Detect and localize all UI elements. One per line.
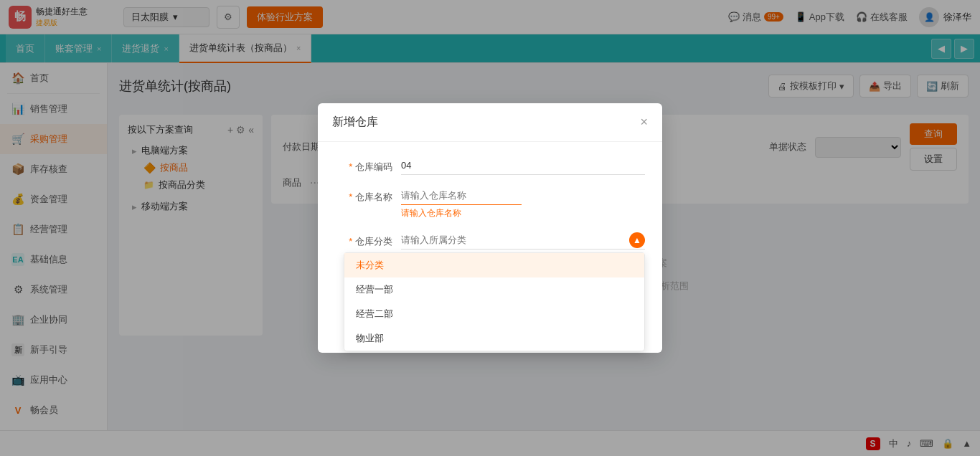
- required-icon-category: *: [349, 236, 352, 247]
- category-label: * 仓库分类: [335, 231, 392, 248]
- form-row-code: * 仓库编码: [335, 156, 645, 175]
- name-error-msg: 请输入仓库名称: [401, 207, 645, 219]
- dialog-title: 新增仓库: [332, 115, 378, 130]
- dropdown-item-none[interactable]: 未分类: [344, 253, 644, 277]
- dropdown-item-dept3[interactable]: 物业部: [344, 326, 644, 351]
- required-icon-name: *: [349, 191, 352, 202]
- category-input[interactable]: [401, 231, 645, 250]
- form-row-category: * 仓库分类 ▲ 未分类 经营一部 经营二部 物业部: [335, 231, 645, 250]
- dialog-header: 新增仓库 ×: [318, 103, 662, 142]
- name-field-wrap: 请输入仓库名称: [401, 186, 645, 219]
- name-label: * 仓库名称: [335, 186, 392, 204]
- name-input[interactable]: [401, 186, 522, 205]
- dialog-close-button[interactable]: ×: [640, 115, 648, 130]
- required-icon-code: *: [349, 161, 352, 172]
- dropdown-item-dept2[interactable]: 经营二部: [344, 302, 644, 326]
- form-row-name: * 仓库名称 请输入仓库名称: [335, 186, 645, 219]
- dropdown-item-dept1[interactable]: 经营一部: [344, 277, 644, 302]
- dialog-body: * 仓库编码 * 仓库名称 请输入仓库名称 *: [318, 142, 662, 305]
- category-dropdown: 未分类 经营一部 经营二部 物业部: [344, 252, 645, 351]
- add-warehouse-dialog: 新增仓库 × * 仓库编码 * 仓库名称 请输入仓库名称: [318, 103, 662, 353]
- modal-overlay[interactable]: 新增仓库 × * 仓库编码 * 仓库名称 请输入仓库名称: [0, 0, 980, 456]
- category-chevron-icon[interactable]: ▲: [629, 232, 645, 248]
- code-input[interactable]: [401, 156, 645, 175]
- category-input-wrap: ▲ 未分类 经营一部 经营二部 物业部: [401, 231, 645, 250]
- code-label: * 仓库编码: [335, 156, 392, 174]
